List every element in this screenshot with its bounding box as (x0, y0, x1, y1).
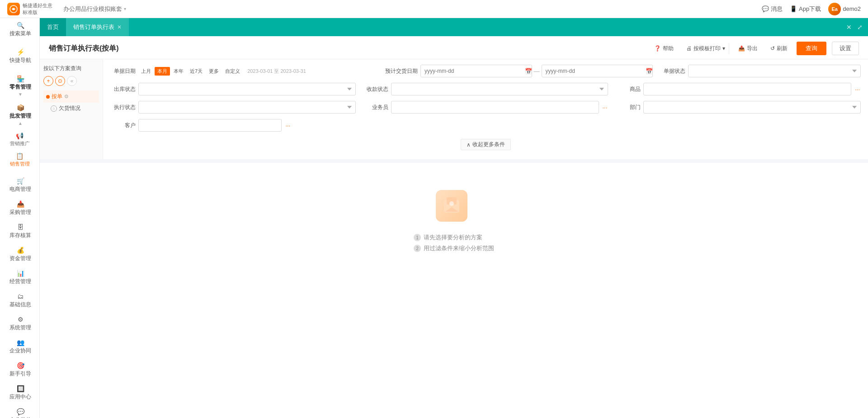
department-group: 部门 (615, 101, 861, 114)
wholesale-arrow-icon: ▲ (18, 121, 23, 126)
sidebar-item-purchase[interactable]: 📥 采购管理 (0, 197, 39, 220)
customer-ellipsis-button[interactable]: ··· (284, 122, 291, 129)
salesperson-label: 业务员 (363, 104, 388, 111)
sidebar-item-marketing[interactable]: 📢 营销推广 (0, 129, 39, 150)
page-header: 销售订单执行表(按单) ❓ 帮助 🖨 按模板打印 ▾ 📤 (40, 36, 868, 59)
empty-state: 1 请先选择要分析的方案 2 用过滤条件来缩小分析范围 (40, 163, 868, 280)
app-download-action[interactable]: 📱 App下载 (790, 5, 821, 13)
salesperson-ellipsis-button[interactable]: ··· (602, 104, 609, 111)
delivery-status-select[interactable] (138, 83, 356, 95)
customer-group: 客户 ··· (110, 119, 291, 132)
date-tab-more[interactable]: 更多 (206, 67, 222, 76)
logo-text: 畅捷通好生意 标准版 (23, 2, 52, 15)
refresh-button[interactable]: ↺ 刷新 (767, 43, 791, 54)
sidebar-item-guide[interactable]: 🎯 新手引导 (0, 358, 39, 381)
message-action[interactable]: 💬 消息 (762, 5, 783, 13)
sidebar-item-inventory[interactable]: 🗄 库存核算 (0, 220, 39, 243)
sidebar-item-ecommerce[interactable]: 🛒 电商管理 (0, 174, 39, 197)
finance-icon: 💰 (17, 247, 24, 254)
department-select[interactable] (643, 101, 861, 114)
sidebar-item-basicinfo[interactable]: 🗂 基础信息 (0, 289, 39, 312)
empty-state-icon (436, 190, 472, 226)
date-tab-last-month[interactable]: 上月 (138, 67, 154, 76)
print-button[interactable]: 🖨 按模板打印 ▾ (683, 43, 729, 54)
sidebar-item-system[interactable]: ⚙ 系统管理 (0, 312, 39, 335)
breadcrumb[interactable]: 办公用品行业模拟账套 ▾ (63, 5, 126, 13)
page-actions: ❓ 帮助 🖨 按模板打印 ▾ 📤 导出 ↺ (651, 42, 859, 55)
empty-tip-2: 2 用过滤条件来缩小分析范围 (414, 244, 494, 252)
tab-sales-order[interactable]: 销售订单执行表 ✕ (66, 18, 129, 36)
date-range-display: 2023-03-01 至 2023-03-31 (247, 68, 306, 75)
product-input[interactable] (643, 83, 851, 95)
search-icon: 🔍 (17, 22, 24, 29)
date-tab-this-month[interactable]: 本月 (155, 67, 170, 76)
sidebar-item-quicknav[interactable]: ⚡ 快捷导航 (0, 45, 39, 68)
sidebar-item-retail[interactable]: 🏪 零售管理 ▼ (0, 71, 39, 100)
retail-icon: 🏪 (17, 75, 24, 82)
system-icon: ⚙ (18, 316, 24, 323)
product-label: 商品 (615, 86, 641, 93)
wxwork-icon: 💬 (17, 408, 24, 415)
sidebar-item-finance[interactable]: 💰 资金管理 (0, 243, 39, 266)
scheme-dot-icon (46, 95, 50, 99)
form-row-4: 客户 ··· (110, 119, 861, 132)
search-form: 单据日期 上月 本月 本年 近7天 更多 自定义 2023-03-01 至 20… (103, 59, 868, 159)
doc-status-select[interactable] (688, 65, 861, 77)
expected-date-end-input[interactable] (542, 65, 653, 77)
tab-home[interactable]: 首页 (40, 18, 66, 36)
tab-bar-right: ✕ ⤢ (841, 18, 868, 36)
collapse-scheme-button[interactable]: « (67, 76, 77, 86)
print-dropdown-icon: ▾ (722, 45, 725, 52)
sidebar-item-sales[interactable]: 📋 销售管理 (0, 150, 39, 170)
collapse-button[interactable]: ∧ 收起更多条件 (461, 139, 511, 150)
form-row-2: 出库状态 收款状态 (110, 83, 861, 95)
search-sidebar: 按以下方案查询 + ⊙ « 按单 ⚙ ○ (40, 59, 103, 159)
copy-scheme-button[interactable]: ⊙ (55, 76, 65, 86)
scheme-item-shortage[interactable]: ○ 欠货情况 (43, 103, 99, 114)
form-row-3: 执行状态 业务员 ··· 部门 (110, 101, 861, 114)
scheme-item-order[interactable]: 按单 ⚙ (43, 90, 99, 103)
settings-button[interactable]: 设置 (832, 42, 859, 55)
expected-date-start-input[interactable] (420, 65, 532, 77)
user-menu[interactable]: Ea demo2 (828, 3, 861, 15)
date-tab-7days[interactable]: 近7天 (187, 67, 205, 76)
scheme-actions: + ⊙ « (43, 76, 99, 86)
doc-status-group: 单据状态 (660, 65, 861, 77)
product-ellipsis-button[interactable]: ··· (854, 86, 861, 93)
sidebar-item-wxwork[interactable]: 💬 企业微信 (0, 404, 39, 418)
sidebar-item-operations[interactable]: 📊 经营管理 (0, 266, 39, 289)
logo-area: 畅捷通好生意 标准版 (7, 2, 52, 15)
collapse-up-icon: ∧ (467, 142, 471, 148)
tab-close-window-icon[interactable]: ✕ (846, 24, 852, 31)
date-tab-custom[interactable]: 自定义 (222, 67, 243, 76)
message-icon: 💬 (762, 5, 769, 12)
salesperson-input[interactable] (391, 101, 599, 114)
help-button[interactable]: ❓ 帮助 (651, 43, 677, 54)
exec-status-group: 执行状态 (110, 101, 356, 114)
section-divider (40, 159, 868, 163)
payment-status-select[interactable] (391, 83, 609, 95)
sidebar-item-search[interactable]: 🔍 搜索菜单 (0, 18, 39, 41)
refresh-icon: ↺ (770, 45, 775, 52)
customer-label: 客户 (110, 122, 136, 129)
customer-input[interactable] (138, 119, 282, 132)
date-tab-this-year[interactable]: 本年 (171, 67, 186, 76)
inventory-icon: 🗄 (17, 223, 24, 231)
header-right: 💬 消息 📱 App下载 Ea demo2 (762, 3, 861, 15)
operations-icon: 📊 (17, 270, 24, 277)
export-button[interactable]: 📤 导出 (735, 43, 761, 54)
sidebar-item-collab[interactable]: 👥 企业协同 (0, 335, 39, 358)
exec-status-select[interactable] (138, 101, 356, 114)
add-scheme-button[interactable]: + (43, 76, 53, 86)
content-area: 首页 销售订单执行表 ✕ ✕ ⤢ 销售订单执行表(按单) ❓ (40, 18, 868, 418)
breadcrumb-chevron-icon: ▾ (124, 6, 126, 11)
tab-expand-icon[interactable]: ⤢ (857, 24, 863, 31)
salesperson-group: 业务员 ··· (363, 101, 609, 114)
query-button[interactable]: 查询 (797, 42, 826, 55)
sidebar-item-wholesale[interactable]: 📦 批发管理 ▲ (0, 100, 39, 129)
exec-status-label: 执行状态 (110, 104, 136, 111)
sidebar-item-appcenter[interactable]: 🔲 应用中心 (0, 381, 39, 404)
page-inner: 销售订单执行表(按单) ❓ 帮助 🖨 按模板打印 ▾ 📤 (40, 36, 868, 418)
expected-date-range: 📅 — 📅 (420, 65, 653, 77)
tab-close-icon[interactable]: ✕ (117, 24, 122, 30)
